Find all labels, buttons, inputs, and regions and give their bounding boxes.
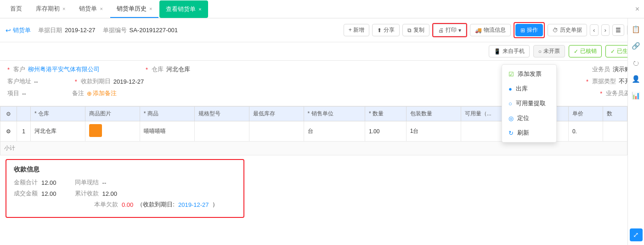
tab-sales-history[interactable]: 销货单历史 × (110, 0, 158, 18)
refresh-icon: ↻ (508, 130, 514, 137)
tab-sales-order-close[interactable]: × (100, 6, 102, 11)
logistics-button[interactable]: 🚚 物流信息 (470, 24, 511, 36)
row-settings[interactable]: ⚙ (0, 121, 17, 142)
refresh-item[interactable]: ↻ 刷新 (502, 125, 556, 140)
project-field: 项目 -- (7, 89, 26, 97)
outbound-item[interactable]: ● 出库 (502, 81, 556, 96)
warehouse-label: 仓库 (152, 65, 164, 74)
from-phone-button[interactable]: 📱 来自手机 (489, 45, 530, 57)
subtotal-label: 小计 (0, 142, 627, 155)
cumulative-receipt-label: 累计收款 (75, 189, 99, 198)
same-order-settlement-field: 同单现结 -- (75, 178, 107, 187)
tab-bar: 首页 库存期初 × 销货单 × 销货单历史 × 查看销货单 × × (0, 0, 644, 18)
payment-row-3: 本单欠款 0.00 （收款到期日: 2019-12-27 ） (14, 200, 236, 209)
salesperson2-label: 业务员孟 (606, 89, 630, 97)
tab-view-sales[interactable]: 查看销货单 × (159, 0, 208, 18)
doc-badge: ↩ 销货单 (6, 26, 31, 34)
next-button[interactable]: › (601, 24, 610, 36)
print-icon: 🖨 (438, 27, 444, 34)
note-label: 备注 (72, 89, 84, 97)
doc-info: ↩ 销货单 单据日期 2019-12-27 单据编号 SA-20191227-0… (6, 26, 344, 34)
payment-info-title: 收款信息 (14, 165, 236, 174)
share-button[interactable]: ⬆ 分享 (372, 24, 400, 36)
tab-home[interactable]: 首页 (4, 0, 28, 18)
copy-button[interactable]: ⧉ 复制 (402, 24, 429, 36)
tab-inventory-init-label: 库存期初 (36, 5, 60, 13)
print-dropdown-icon: ▾ (458, 27, 461, 34)
salesperson2-required: * (600, 90, 602, 97)
row-sales-unit: 台 (304, 121, 365, 142)
add-button-label: + 新增 (349, 26, 364, 34)
sidebar-icon-4[interactable]: 👤 (630, 73, 643, 85)
project-value: -- (22, 90, 26, 97)
available-qty-item[interactable]: ○ 可用量提取 (502, 96, 556, 111)
payment-info-panel: 收款信息 金额合计 12.00 同单现结 -- 成交金额 12.00 累计收款 (6, 159, 244, 218)
window-close-button[interactable]: × (635, 5, 639, 13)
payment-date-required: * (75, 78, 77, 85)
customer-address-value: -- (34, 78, 38, 85)
due-date-value: 2019-12-27 (178, 201, 209, 208)
list-view-button[interactable]: ☰ (612, 24, 624, 36)
outbound-icon: ● (508, 85, 512, 92)
print-button[interactable]: 🖨 打印 ▾ (433, 24, 466, 36)
tab-home-label: 首页 (10, 5, 22, 13)
not-opened-button[interactable]: ○ 未开票 (533, 45, 565, 57)
payment-row-1: 金额合计 12.00 同单现结 -- (14, 178, 236, 187)
tab-inventory-init[interactable]: 库存期初 × (29, 0, 72, 18)
locate-item[interactable]: ◎ 定位 (502, 111, 556, 125)
doc-number-label: 单据编号 (103, 26, 127, 34)
sidebar-icon-5[interactable]: 📊 (630, 89, 643, 102)
locate-icon: ◎ (508, 115, 514, 122)
tab-view-sales-close[interactable]: × (198, 6, 201, 12)
ticket-type-label: 票据类型 (592, 77, 616, 85)
main-content: ↩ 销货单 单据日期 2019-12-27 单据编号 SA-20191227-0… (0, 18, 644, 245)
add-button[interactable]: + 新增 (344, 24, 369, 36)
sidebar-icon-expand[interactable]: ⤢ (630, 228, 643, 241)
doc-number-field: 单据编号 SA-20191227-001 (103, 26, 178, 34)
copy-button-label: 复制 (413, 26, 424, 34)
customer-label: 客户 (13, 65, 25, 74)
sidebar-icon-2[interactable]: 🔗 (630, 40, 643, 52)
toolbar-actions: + 新增 ⬆ 分享 ⧉ 复制 🖨 打印 ▾ (344, 22, 638, 38)
col-settings: ⚙ (0, 107, 17, 121)
payment-row-2: 成交金额 12.00 累计收款 12.00 (14, 189, 236, 198)
warehouse-field: * 仓库 河北仓库 (146, 65, 190, 74)
doc-date-label: 单据日期 (38, 26, 62, 34)
amount-total-value: 12.00 (41, 179, 56, 186)
col-min-stock: 最低库存 (249, 107, 304, 121)
row-unit-price: 0. (568, 121, 603, 142)
tab-sales-history-close[interactable]: × (149, 6, 152, 11)
add-note-button[interactable]: ⊕ 添加备注 (87, 89, 117, 97)
project-label: 项目 (7, 89, 19, 97)
amount-total-label: 金额合计 (14, 178, 38, 187)
sidebar-icon-1[interactable]: 📋 (630, 23, 643, 36)
copy-icon: ⧉ (407, 27, 412, 34)
transaction-amount-value: 12.00 (41, 190, 56, 197)
sales-order-icon: ↩ (6, 27, 11, 34)
history-button[interactable]: ⏱ 历史单据 (548, 24, 587, 36)
row-spec (194, 121, 249, 142)
prev-button[interactable]: ‹ (590, 24, 598, 36)
add-invoice-item[interactable]: ☑ 添加发票 (502, 67, 556, 81)
already-cancelled-button[interactable]: ✓ 已核销 (569, 45, 602, 57)
tab-inventory-init-close[interactable]: × (62, 6, 65, 11)
logistics-button-label: 物流信息 (484, 26, 506, 34)
sidebar-icon-3[interactable]: ⭮ (630, 56, 643, 69)
customer-value[interactable]: 柳州粤港平安气体有限公司 (28, 65, 100, 74)
transaction-amount-label: 成交金额 (14, 189, 38, 198)
warehouse-value: 河北仓库 (166, 65, 190, 74)
warehouse-required: * (146, 66, 148, 73)
col-product: * 商品 (140, 107, 194, 121)
col-num (17, 107, 31, 121)
col-package-qty: 包装数量 (406, 107, 461, 121)
row-min-stock (249, 121, 304, 142)
current-arrears-field: 本单欠款 0.00 （收款到期日: 2019-12-27 ） (94, 200, 218, 209)
tab-sales-order[interactable]: 销货单 × (73, 0, 109, 18)
operation-button[interactable]: ⊞ 操作 (515, 24, 543, 36)
operation-grid-icon: ⊞ (520, 27, 525, 34)
toolbar2: 📱 来自手机 ○ 未开票 ✓ 已核销 ✓ 已生效 (0, 42, 644, 61)
operation-highlight-box: ⊞ 操作 (514, 22, 545, 38)
add-invoice-label: 添加发票 (518, 70, 542, 78)
operation-button-label: 操作 (527, 26, 538, 34)
logistics-icon: 🚚 (475, 27, 482, 34)
